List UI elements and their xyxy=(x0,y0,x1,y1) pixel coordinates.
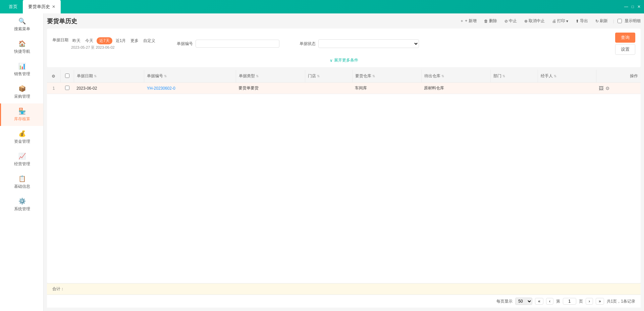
filter-panel: 单据日期 昨天 今天 近7天 近1月 更多 自定义 2023-05-27 至 2… xyxy=(47,29,641,67)
data-table: ⚙ 单据日期 单据编号 单据类型 门店 要货仓库 待出仓库 部门 经手人 操 xyxy=(47,70,641,94)
tab-home[interactable]: 首页 xyxy=(3,0,23,13)
td-doc-type: 要货单要货 xyxy=(236,83,305,94)
inventory-icon: 🏪 xyxy=(18,107,26,115)
close-window-btn[interactable]: ✕ xyxy=(637,4,641,9)
maximize-btn[interactable]: □ xyxy=(632,4,634,9)
table-header-row: ⚙ 单据日期 单据编号 单据类型 门店 要货仓库 待出仓库 部门 经手人 操 xyxy=(47,70,641,83)
sidebar-item-finance-label: 资金管理 xyxy=(14,139,30,144)
date-custom[interactable]: 自定义 xyxy=(142,37,157,44)
date-last7days[interactable]: 近7天 xyxy=(97,37,112,44)
th-req-warehouse[interactable]: 要货仓库 xyxy=(352,70,421,83)
td-req-warehouse: 车间库 xyxy=(352,83,421,94)
th-handler[interactable]: 经手人 xyxy=(538,70,596,83)
export-button[interactable]: ⬆ 导出 xyxy=(574,17,590,25)
settings-button[interactable]: 设置 xyxy=(615,44,635,55)
operations-icon: 📈 xyxy=(18,152,26,160)
date-more[interactable]: 更多 xyxy=(129,37,140,44)
th-dept[interactable]: 部门 xyxy=(490,70,538,83)
th-checkbox[interactable] xyxy=(60,70,74,83)
last-page-btn[interactable]: » xyxy=(596,298,604,305)
search-button[interactable]: 查询 xyxy=(615,33,635,43)
expand-more-btn[interactable]: ∨ 展开更多条件 xyxy=(52,57,635,63)
stop-icon: ⊘ xyxy=(504,19,508,24)
refresh-icon: ↻ xyxy=(595,19,599,24)
td-store xyxy=(305,83,352,94)
stop-button[interactable]: ⊘ 中止 xyxy=(502,17,519,25)
cancel-stop-icon: ⊗ xyxy=(524,19,528,24)
sidebar-item-sales-label: 销售管理 xyxy=(14,71,30,77)
filter-action-buttons: 查询 设置 xyxy=(615,33,635,55)
sidebar-item-basic-info[interactable]: 📋 基础信息 xyxy=(0,171,43,193)
sidebar-item-quick-nav[interactable]: 🏠 快捷导航 xyxy=(0,36,43,58)
more-icon[interactable]: ⚙ xyxy=(605,86,610,91)
print-icon: 🖨 xyxy=(552,19,556,24)
th-doc-type[interactable]: 单据类型 xyxy=(236,70,305,83)
plus-icon: ＋ xyxy=(460,18,464,24)
window-controls: — □ ✕ xyxy=(624,4,641,9)
export-icon: ⬆ xyxy=(576,19,579,24)
doc-num-link[interactable]: YH-20230602-0 xyxy=(147,86,175,91)
sidebar-item-search-menu-label: 搜索菜单 xyxy=(14,26,30,32)
close-tab-icon[interactable]: ✕ xyxy=(52,4,55,9)
display-detail-checkbox[interactable] xyxy=(618,19,622,23)
date-yesterday[interactable]: 昨天 xyxy=(71,37,82,44)
next-page-btn[interactable]: › xyxy=(586,298,593,305)
sidebar-item-system[interactable]: ⚙️ 系统管理 xyxy=(0,193,43,216)
sidebar-item-sales[interactable]: 📊 销售管理 xyxy=(0,58,43,81)
td-operation: 🖼 ⚙ xyxy=(596,83,641,94)
td-dept xyxy=(490,83,538,94)
prev-page-btn[interactable]: ‹ xyxy=(546,298,553,305)
first-page-btn[interactable]: « xyxy=(535,298,543,305)
row-checkbox[interactable] xyxy=(65,86,69,90)
chevron-down-icon: ∨ xyxy=(330,58,333,63)
main-layout: 🔍 搜索菜单 🏠 快捷导航 📊 销售管理 📦 采购管理 🏪 库存核算 💰 资金管… xyxy=(0,13,644,311)
page-size-select[interactable]: 50 10 20 100 xyxy=(515,298,532,305)
sidebar: 🔍 搜索菜单 🏠 快捷导航 📊 销售管理 📦 采购管理 🏪 库存核算 💰 资金管… xyxy=(0,13,44,311)
th-doc-date[interactable]: 单据日期 xyxy=(74,70,144,83)
date-filter-group: 单据日期 昨天 今天 近7天 近1月 更多 自定义 2023-05-27 至 2… xyxy=(52,37,157,50)
date-range-text: 2023-05-27 至 2023-06-02 xyxy=(71,45,157,50)
select-all-checkbox[interactable] xyxy=(65,74,69,78)
sidebar-item-purchase[interactable]: 📦 采购管理 xyxy=(0,81,43,103)
footer-bar: 合计： xyxy=(47,283,641,295)
sidebar-item-quick-nav-label: 快捷导航 xyxy=(14,49,30,54)
minimize-btn[interactable]: — xyxy=(624,4,628,9)
table-container: ⚙ 单据日期 单据编号 单据类型 门店 要货仓库 待出仓库 部门 经手人 操 xyxy=(47,70,641,283)
refresh-button[interactable]: ↻ 刷新 xyxy=(593,17,610,25)
sidebar-item-operations[interactable]: 📈 经营管理 xyxy=(0,148,43,171)
pagination-bar: 每页显示 50 10 20 100 « ‹ 第 1 页 › » 共1页，1条记录 xyxy=(47,295,641,308)
th-settings[interactable]: ⚙ xyxy=(47,70,60,83)
page-size-label: 每页显示 xyxy=(496,299,513,304)
tab-requisition-history[interactable]: 要货单历史 ✕ xyxy=(23,0,61,13)
sidebar-item-basic-info-label: 基础信息 xyxy=(14,184,30,189)
td-row-num: 1 xyxy=(47,83,60,94)
th-operation: 操作 xyxy=(596,70,641,83)
print-button[interactable]: 🖨 打印 ▾ xyxy=(550,17,570,25)
sidebar-item-purchase-label: 采购管理 xyxy=(14,94,30,99)
doc-num-input[interactable] xyxy=(196,40,279,48)
th-pending-warehouse[interactable]: 待出仓库 xyxy=(421,70,490,83)
td-checkbox[interactable] xyxy=(60,83,74,94)
date-today[interactable]: 今天 xyxy=(84,37,95,44)
th-store[interactable]: 门店 xyxy=(305,70,352,83)
sidebar-item-search-menu[interactable]: 🔍 搜索菜单 xyxy=(0,13,43,36)
page-input[interactable]: 1 xyxy=(563,298,576,305)
cancel-stop-button[interactable]: ⊗ 取消中止 xyxy=(522,17,547,25)
sidebar-item-finance[interactable]: 💰 资金管理 xyxy=(0,126,43,148)
sidebar-item-operations-label: 经营管理 xyxy=(14,161,30,167)
filter-row-1: 单据日期 昨天 今天 近7天 近1月 更多 自定义 2023-05-27 至 2… xyxy=(52,33,635,55)
header-actions: ＋ + 新增 🗑 删除 ⊘ 中止 ⊗ 取消中止 🖨 打印 xyxy=(458,17,641,25)
doc-status-select[interactable] xyxy=(318,39,419,48)
td-pending-warehouse: 原材料仓库 xyxy=(421,83,490,94)
date-buttons-row: 昨天 今天 近7天 近1月 更多 自定义 xyxy=(71,37,157,44)
new-button[interactable]: ＋ + 新增 xyxy=(458,17,478,25)
th-doc-num[interactable]: 单据编号 xyxy=(144,70,236,83)
delete-button[interactable]: 🗑 删除 xyxy=(482,17,499,25)
display-detail-toggle[interactable]: 显示明细 xyxy=(618,18,641,24)
date-last-month[interactable]: 近1月 xyxy=(114,37,127,44)
total-label: 合计： xyxy=(52,286,64,292)
sidebar-item-inventory[interactable]: 🏪 库存核算 xyxy=(0,103,43,126)
top-bar: 首页 要货单历史 ✕ — □ ✕ xyxy=(0,0,644,13)
jump-label: 第 xyxy=(556,299,560,304)
view-icon[interactable]: 🖼 xyxy=(599,86,603,91)
